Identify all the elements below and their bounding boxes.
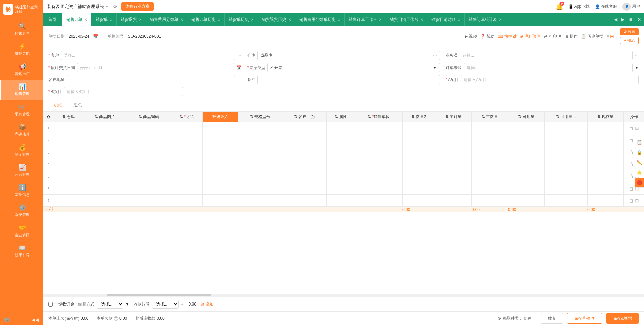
row-attribute[interactable]	[327, 182, 355, 195]
nav-next-btn[interactable]: ▶	[619, 17, 627, 22]
nav-tab-钱货日清对账[interactable]: 钱货日清对账✕	[427, 13, 465, 26]
row-code[interactable]	[127, 122, 171, 134]
row-available[interactable]	[508, 158, 544, 170]
row-customer-code[interactable]	[282, 146, 327, 158]
nav-tab-close-icon[interactable]: ✕	[110, 18, 112, 22]
row-main-unit[interactable]	[435, 182, 471, 195]
nav-tab-close-icon[interactable]: ✕	[180, 18, 183, 22]
row-available[interactable]	[508, 122, 544, 134]
industry-btn[interactable]: 体验行业方案	[121, 2, 154, 11]
float-icon-2[interactable]: 🔒	[635, 148, 644, 157]
view-video-btn[interactable]: ▶ 视频	[465, 34, 477, 39]
row-scan[interactable]	[202, 158, 238, 170]
row-warehouse[interactable]	[54, 134, 83, 146]
nav-tab-close-icon[interactable]: ✕	[379, 18, 382, 22]
row-delete-icon[interactable]: 🗑	[629, 137, 634, 143]
sidebar-item-采购管理[interactable]: 🛒 采购管理	[0, 100, 43, 120]
row-code[interactable]	[127, 170, 171, 182]
sidebar-item-库存核算[interactable]: 📦 库存核算	[0, 120, 43, 140]
nav-tab-销售订单[interactable]: 销售订单✕	[62, 13, 91, 26]
row-main-unit[interactable]	[435, 195, 471, 207]
row-product[interactable]	[171, 182, 203, 195]
invoice-select[interactable]: 不开票 ▼	[267, 63, 440, 72]
row-warehouse[interactable]	[54, 182, 83, 195]
nav-tab-销售订单统计表[interactable]: 销售订单统计表✕	[465, 13, 506, 26]
calendar-icon[interactable]: 📅	[93, 34, 98, 39]
row-copy-icon[interactable]: ⊞	[635, 125, 639, 131]
float-icon-5[interactable]: 🔴	[635, 178, 644, 188]
row-customer-code[interactable]	[282, 158, 327, 170]
customer-more-icon[interactable]: ···	[237, 53, 241, 58]
row-unit[interactable]	[355, 170, 402, 182]
app-download-link[interactable]: 📱 App下载	[568, 4, 590, 9]
sidebar-item-企业协同[interactable]: 🤝 企业协同	[0, 221, 43, 241]
row-main-qty[interactable]	[472, 182, 508, 195]
row-spec[interactable]	[238, 195, 282, 207]
scroll-thumb[interactable]	[107, 294, 211, 296]
nav-tab-销售费用分摊单[interactable]: 销售费用分摊单✕	[146, 13, 187, 26]
row-stock[interactable]	[587, 182, 623, 195]
row-qty2[interactable]	[402, 182, 435, 195]
delivery-calendar-icon[interactable]: 📅	[236, 65, 241, 70]
help-btn[interactable]: ❓ 帮助	[480, 34, 494, 39]
sidebar-item-营销推广[interactable]: 📢 营销推广	[0, 59, 43, 80]
row-stock[interactable]	[587, 134, 623, 146]
nav-tab-销货单[interactable]: 销货单✕	[91, 13, 117, 26]
delivery-date-input[interactable]	[77, 63, 234, 72]
row-attribute[interactable]	[327, 134, 355, 146]
row-customer-code[interactable]	[282, 170, 327, 182]
row-unit[interactable]	[355, 182, 402, 195]
row-attribute[interactable]	[327, 158, 355, 170]
row-attribute[interactable]	[327, 170, 355, 182]
nav-tab-close-icon[interactable]: ✕	[420, 18, 423, 22]
dropdown-arrow[interactable]: ▼	[105, 5, 109, 8]
nav-more-btn[interactable]: ≡	[627, 17, 635, 22]
nav-tab-销货单历史[interactable]: 销货单历史✕	[225, 13, 258, 26]
row-main-qty[interactable]	[472, 146, 508, 158]
row-delete-icon[interactable]: 🗑	[629, 198, 634, 203]
row-main-unit[interactable]	[435, 122, 471, 134]
nav-close-btn[interactable]: ✕	[635, 17, 644, 22]
doc-view-grid-icon[interactable]: ⊞	[610, 34, 614, 39]
nav-tab-close-icon[interactable]: ✕	[338, 18, 340, 22]
row-main-unit[interactable]	[435, 158, 471, 170]
row-unit[interactable]	[355, 122, 402, 134]
row-code[interactable]	[127, 134, 171, 146]
row-copy-icon[interactable]: ⊞	[635, 198, 639, 203]
row-warehouse[interactable]	[54, 170, 83, 182]
row-attribute[interactable]	[327, 122, 355, 134]
draft-btn[interactable]: 保存草稿 ▼	[567, 313, 602, 324]
row-unit[interactable]	[355, 134, 402, 146]
row-main-unit[interactable]	[435, 146, 471, 158]
row-code[interactable]	[127, 146, 171, 158]
row-main-unit[interactable]	[435, 134, 471, 146]
nav-tab-销售订单历史[interactable]: 销售订单历史✕	[187, 13, 225, 26]
doc-view-list-icon[interactable]: ≡	[607, 34, 609, 39]
float-icon-4[interactable]: ⭐	[635, 168, 644, 177]
payment-method-select[interactable]: 选择...	[97, 300, 123, 309]
tab-summary[interactable]: 汇总	[68, 99, 87, 111]
row-warehouse[interactable]	[54, 146, 83, 158]
account-select[interactable]: 选择...	[152, 300, 179, 309]
row-attribute[interactable]	[327, 146, 355, 158]
row-delete-icon[interactable]: 🗑	[629, 162, 634, 167]
row-scan[interactable]	[202, 170, 238, 182]
logistics-btn[interactable]: + 物流	[620, 37, 639, 44]
row-available[interactable]	[508, 146, 544, 158]
settings-icon[interactable]: ⚙️	[4, 317, 10, 322]
row-available2[interactable]	[544, 182, 587, 195]
row-scan[interactable]	[202, 134, 238, 146]
scroll-indicator[interactable]	[43, 294, 644, 297]
tab-detail[interactable]: 明细	[48, 99, 68, 111]
nav-tab-close-icon[interactable]: ✕	[84, 18, 87, 22]
warehouse-select[interactable]: 成品库 ···	[257, 51, 440, 60]
row-available2[interactable]	[544, 134, 587, 146]
account-more-icon[interactable]: ···	[181, 301, 185, 307]
row-stock[interactable]	[587, 146, 623, 158]
row-spec[interactable]	[238, 170, 282, 182]
row-available2[interactable]	[544, 170, 587, 182]
operation-btn[interactable]: ⊕ 操作	[565, 34, 578, 39]
row-warehouse[interactable]	[54, 122, 83, 134]
row-unit[interactable]	[355, 158, 402, 170]
row-available2[interactable]	[544, 146, 587, 158]
